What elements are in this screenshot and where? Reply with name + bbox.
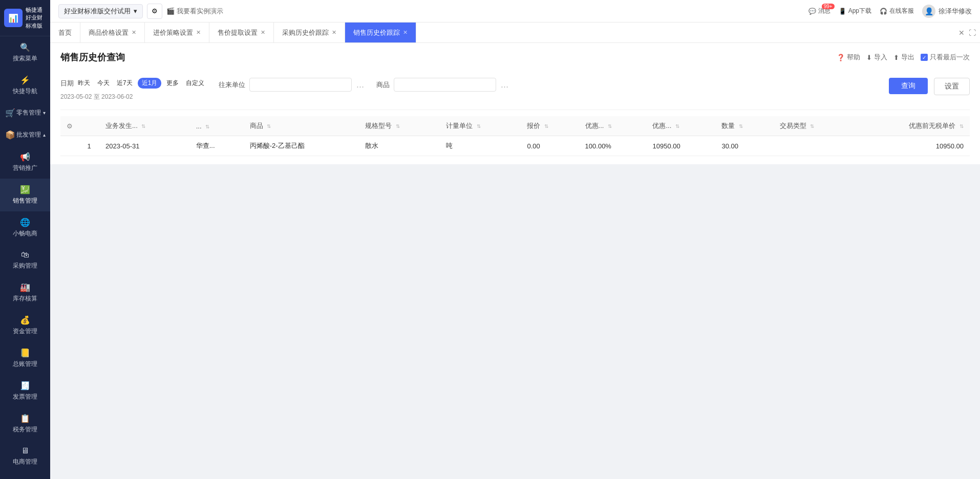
- cell-biz-date: 2023-05-31: [99, 136, 190, 156]
- date-last7-btn[interactable]: 近7天: [115, 78, 135, 89]
- col-header-unit[interactable]: 计量单位 ⇅: [440, 116, 521, 136]
- headset-icon: 🎧: [880, 8, 887, 15]
- filter-settings-button[interactable]: 设置: [934, 78, 970, 95]
- date-filter-label: 日期: [60, 79, 74, 88]
- sidebar-item-sales[interactable]: 💹 销售管理: [0, 179, 50, 211]
- lightning-icon: ⚡: [20, 75, 30, 85]
- date-custom-btn[interactable]: 自定义: [184, 78, 206, 89]
- cell-discount2: 10950.00: [646, 136, 715, 156]
- export-icon: ⬆: [893, 54, 899, 61]
- cell-seq: 1: [79, 136, 99, 156]
- online-service-button[interactable]: 🎧 在线客服: [880, 7, 914, 15]
- sidebar-item-retail[interactable]: 🛒 零售管理 ▾: [0, 102, 50, 124]
- source-unit-label: 往来单位: [219, 80, 245, 90]
- col-header-discount1[interactable]: 优惠... ⇅: [579, 116, 647, 136]
- sort-icon: ⇅: [608, 123, 612, 129]
- ecommerce-icon: 🌐: [20, 217, 30, 227]
- sidebar-item-label: 采购管理: [13, 262, 37, 270]
- tab-purchase-strategy[interactable]: 进价策略设置 ✕: [145, 23, 209, 43]
- export-button[interactable]: ⬆ 导出: [893, 53, 914, 62]
- col-header-price[interactable]: 报价 ⇅: [521, 116, 579, 136]
- date-filter-group: 日期 昨天 今天 近7天 近1月 更多 自定义 2023-05-02 至 202…: [60, 78, 206, 101]
- col-header-biz-date[interactable]: 业务发生... ⇅: [99, 116, 190, 136]
- tab-close-icon[interactable]: ✕: [132, 29, 136, 36]
- tab-close-icon[interactable]: ✕: [196, 29, 201, 36]
- cell-price: 0.00: [521, 136, 579, 156]
- tab-close-icon[interactable]: ✕: [332, 29, 336, 36]
- tab-close-icon[interactable]: ✕: [261, 29, 265, 36]
- col-header-trade-type[interactable]: 交易类型 ⇅: [774, 116, 855, 136]
- tab-purchase-history[interactable]: 采购历史价跟踪 ✕: [274, 23, 345, 43]
- col-header-quantity[interactable]: 数量 ⇅: [715, 116, 773, 136]
- sidebar-item-finance[interactable]: 💰 资金管理: [0, 309, 50, 342]
- cell-extra: 华查...: [190, 136, 244, 156]
- export-label: 导出: [901, 53, 914, 62]
- col-header-spec[interactable]: 规格型号 ⇅: [359, 116, 440, 136]
- table-row[interactable]: 1 2023-05-31 华查... 丙烯酸-2-乙基己酯 散水 吨 0.00 …: [60, 136, 970, 156]
- only-last-label: 只看最后一次: [930, 53, 970, 62]
- tab-sale-extract[interactable]: 售价提取设置 ✕: [209, 23, 274, 43]
- messages-button[interactable]: 💬 消息 99+: [808, 7, 830, 15]
- source-unit-picker-btn[interactable]: …: [356, 80, 364, 90]
- sales-icon: 💹: [20, 185, 30, 194]
- col-header-product[interactable]: 商品 ⇅: [244, 116, 359, 136]
- app-download-button[interactable]: 📱 App下载: [839, 7, 871, 15]
- col-header-discount2[interactable]: 优惠... ⇅: [646, 116, 715, 136]
- date-range-display: 2023-05-02 至 2023-06-02: [60, 93, 206, 101]
- sidebar-item-marketing[interactable]: 📢 营销推广: [0, 146, 50, 179]
- topbar: 好业财标准版交付试用 ▾ ⚙ 🎬 我要看实例演示 💬 消息 99+ 📱 App下…: [50, 0, 980, 23]
- app-logo-icon: 📊: [4, 9, 23, 27]
- topbar-settings-button[interactable]: ⚙: [147, 4, 162, 19]
- date-more-btn[interactable]: 更多: [164, 78, 181, 89]
- sidebar-item-search-menu[interactable]: 🔍 搜索菜单: [0, 36, 50, 69]
- col-header-extra[interactable]: ... ⇅: [190, 116, 244, 136]
- product-input[interactable]: [394, 78, 496, 92]
- only-last-checkbox[interactable]: ✓ 只看最后一次: [921, 53, 970, 62]
- sidebar-item-ledger[interactable]: 📒 总账管理: [0, 342, 50, 375]
- sidebar-item-label: 零售管理: [16, 108, 41, 117]
- tab-close-icon[interactable]: ✕: [403, 29, 408, 36]
- import-button[interactable]: ⬇ 导入: [866, 53, 887, 62]
- sidebar-item-ecommerce[interactable]: 🌐 小畅电商: [0, 211, 50, 244]
- col-header-settings[interactable]: ⚙: [60, 116, 79, 136]
- col-header-pretax-price[interactable]: 优惠前无税单价 ⇅: [855, 116, 970, 136]
- wholesale-icon: 📦: [5, 130, 15, 140]
- sidebar-item-assets[interactable]: 🏢 固定资产: [0, 472, 50, 479]
- tab-home[interactable]: 首页: [50, 23, 80, 43]
- sidebar-item-wholesale[interactable]: 📦 批发管理 ▴: [0, 124, 50, 146]
- import-label: 导入: [874, 53, 887, 62]
- user-profile[interactable]: 👤 徐泽华修改: [922, 5, 972, 18]
- product-label: 商品: [376, 80, 390, 90]
- main-area: 好业财标准版交付试用 ▾ ⚙ 🎬 我要看实例演示 💬 消息 99+ 📱 App下…: [50, 0, 980, 479]
- close-panel-button[interactable]: ✕: [958, 29, 965, 37]
- expand-panel-button[interactable]: ⛶: [969, 29, 976, 37]
- filter-action-buttons: 查询 设置: [889, 78, 970, 95]
- date-yesterday-btn[interactable]: 昨天: [76, 78, 92, 89]
- date-today-btn[interactable]: 今天: [95, 78, 112, 89]
- source-unit-input[interactable]: [249, 78, 352, 92]
- content-area: 销售历史价查询 ❓ 帮助 ⬇ 导入 ⬆ 导出 ✓: [50, 43, 980, 479]
- version-selector[interactable]: 好业财标准版交付试用 ▾: [58, 4, 143, 18]
- table-wrap: ⚙ 业务发生... ⇅ ... ⇅: [60, 116, 970, 156]
- date-filters: 昨天 今天 近7天 近1月 更多 自定义: [76, 78, 206, 89]
- tabbar-end: ✕ ⛶: [958, 29, 980, 37]
- sidebar-item-ecom[interactable]: 🖥 电商管理: [0, 440, 50, 472]
- sidebar-item-purchase[interactable]: 🛍 采购管理: [0, 244, 50, 276]
- tab-sale-history[interactable]: 销售历史价跟踪 ✕: [345, 23, 416, 43]
- phone-icon: 📱: [839, 8, 846, 15]
- product-picker-btn[interactable]: …: [500, 80, 508, 90]
- date-last1month-btn[interactable]: 近1月: [138, 78, 162, 89]
- sidebar-item-invoice[interactable]: 🧾 发票管理: [0, 375, 50, 407]
- cell-settings: [60, 136, 79, 156]
- table-settings-gear-icon[interactable]: ⚙: [67, 122, 73, 130]
- sidebar-item-tax[interactable]: 📋 税务管理: [0, 407, 50, 440]
- sort-icon: ⇅: [810, 123, 814, 129]
- query-button[interactable]: 查询: [889, 78, 928, 94]
- sidebar-item-inventory[interactable]: 🏭 库存核算: [0, 276, 50, 309]
- demo-button[interactable]: 🎬 我要看实例演示: [166, 7, 223, 16]
- sidebar-item-quick-nav[interactable]: ⚡ 快捷导航: [0, 69, 50, 102]
- version-label: 好业财标准版交付试用: [64, 7, 131, 16]
- sidebar-item-label: 总账管理: [13, 360, 37, 368]
- help-button[interactable]: ❓ 帮助: [837, 53, 860, 62]
- tab-product-price[interactable]: 商品价格设置 ✕: [80, 23, 145, 43]
